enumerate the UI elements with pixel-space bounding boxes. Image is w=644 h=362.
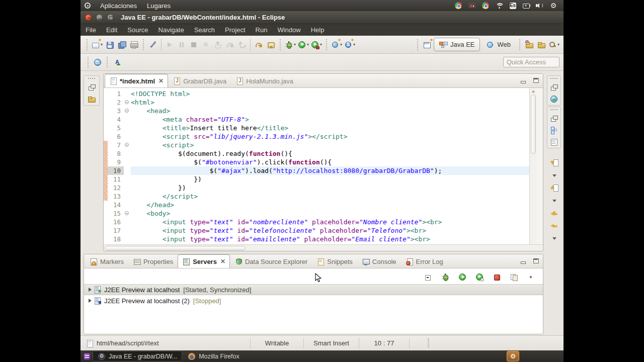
run-dropdown-icon[interactable]: ▾: [307, 42, 309, 47]
drop-to-frame-button[interactable]: [265, 39, 277, 51]
outline-view-icon[interactable]: [550, 126, 558, 134]
skip-breakpoints-button[interactable]: [147, 39, 159, 51]
settings-gear-icon[interactable]: ⚙: [549, 2, 557, 10]
vertical-scroll-thumb[interactable]: [531, 95, 536, 154]
menu-arrow-3-icon[interactable]: [550, 234, 558, 242]
menu-window[interactable]: Window: [272, 24, 305, 36]
volume-icon[interactable]: [536, 2, 544, 10]
fold-collapse-icon[interactable]: [125, 143, 129, 147]
back-history-icon[interactable]: [550, 222, 558, 230]
run-external-dropdown-icon[interactable]: ▾: [320, 42, 322, 47]
window-maximize-button[interactable]: [107, 14, 114, 21]
taskbar-window-eclipse[interactable]: ⚙Java EE - grabarDB/W...: [93, 351, 182, 361]
vertical-scrollbar[interactable]: [529, 88, 536, 244]
keyboard-es-icon[interactable]: Es: [509, 2, 517, 10]
window-minimize-button[interactable]: [96, 14, 103, 21]
battery-icon[interactable]: [522, 2, 530, 10]
panel-menu-aplicaciones[interactable]: Aplicaciones: [95, 0, 142, 11]
menu-navigate[interactable]: Navigate: [153, 24, 189, 36]
code-editor[interactable]: 1<!DOCTYPE html>2<html>3 <head>4 <meta c…: [104, 88, 529, 244]
wifi-icon[interactable]: [495, 2, 503, 10]
perspective-button-web[interactable]: Web: [481, 38, 516, 51]
scroll-up-icon[interactable]: [532, 90, 535, 93]
last-edit-location-icon[interactable]: *: [550, 209, 558, 217]
save-button[interactable]: [104, 39, 116, 51]
open-perspective-button[interactable]: [421, 39, 433, 51]
open-folder-button[interactable]: [535, 39, 547, 51]
view-tab-snippets[interactable]: Snippets: [312, 254, 357, 268]
start-server-button[interactable]: [456, 271, 468, 283]
server-row[interactable]: J2EE Preview at localhost (2)[Stopped]: [84, 295, 543, 306]
fold-collapse-icon[interactable]: [125, 100, 129, 104]
tab-close-icon[interactable]: ✕: [158, 77, 164, 84]
maximize-editor-icon[interactable]: [532, 76, 540, 84]
panel-menu-lugares[interactable]: Lugares: [142, 0, 176, 11]
external-a-button[interactable]: A: [111, 56, 123, 68]
horizontal-scroll-thumb[interactable]: [105, 246, 246, 250]
files-app-icon[interactable]: [83, 352, 91, 360]
tab-close-icon[interactable]: ✕: [220, 258, 225, 265]
search-dropdown-icon[interactable]: ▾: [557, 42, 559, 47]
horizontal-scrollbar[interactable]: [104, 244, 543, 251]
new-servlet-button[interactable]: S▾: [343, 39, 356, 51]
menu-search[interactable]: Search: [189, 24, 220, 36]
menu-help[interactable]: Help: [306, 24, 330, 36]
menu-edit[interactable]: Edit: [101, 24, 122, 36]
fold-collapse-icon[interactable]: [125, 211, 129, 215]
menu-file[interactable]: File: [80, 24, 101, 36]
publish-button[interactable]: [508, 271, 520, 283]
perspective-button-java-ee[interactable]: Java EE: [434, 38, 480, 51]
view-tab-error-log[interactable]: Error Log: [401, 254, 448, 268]
chrome-icon[interactable]: [454, 2, 462, 10]
run-external-button[interactable]: ▾: [310, 39, 323, 51]
view-tab-data-source-explorer[interactable]: Data Source Explorer: [230, 254, 312, 268]
editor-tab-holamundo-java[interactable]: JHolaMundo.java: [231, 74, 298, 87]
expand-arrow-icon[interactable]: [87, 298, 93, 304]
view-tab-console[interactable]: Console: [357, 254, 401, 268]
screen-recorder-icon[interactable]: [468, 2, 476, 10]
stop-server-button[interactable]: [491, 271, 503, 283]
editor-tab--index-html[interactable]: *index.html✕: [105, 74, 168, 87]
debug-dropdown-icon[interactable]: ▾: [294, 42, 296, 47]
maximize-panel-icon[interactable]: [532, 257, 540, 265]
task-list-icon[interactable]: [550, 138, 558, 146]
previous-annotation-icon[interactable]: [550, 184, 558, 192]
menu-project[interactable]: Project: [220, 24, 250, 36]
use-step-filters-button[interactable]: [253, 39, 265, 51]
debug-button[interactable]: ▾: [284, 39, 297, 51]
print-button[interactable]: [128, 39, 140, 51]
menu-arrow-icon[interactable]: [550, 171, 558, 179]
view-menu-button[interactable]: ▼: [525, 271, 537, 283]
search-button[interactable]: ▾: [547, 39, 560, 51]
ubuntu-logo-icon[interactable]: [84, 2, 92, 10]
menu-arrow-2-icon[interactable]: [550, 197, 558, 205]
collapse-all-button[interactable]: [422, 271, 434, 283]
view-tab-properties[interactable]: Properties: [128, 254, 178, 268]
new-wizard-button[interactable]: ▾: [91, 39, 104, 51]
chrome-2-icon[interactable]: [481, 2, 490, 10]
menu-source[interactable]: Source: [122, 24, 153, 36]
taskbar-window-firefox[interactable]: Mozilla Firefox: [183, 351, 245, 361]
minimize-panel-icon[interactable]: [519, 257, 527, 265]
web-browser-button[interactable]: [92, 56, 104, 68]
menu-run[interactable]: Run: [251, 24, 273, 36]
restore-view-icon[interactable]: [550, 83, 558, 92]
save-all-button[interactable]: [116, 39, 128, 51]
run-button[interactable]: ▾: [297, 39, 310, 51]
expand-arrow-icon[interactable]: [87, 287, 93, 293]
quick-access-box[interactable]: Quick Access: [503, 57, 559, 67]
editor-tab-grabardb-java[interactable]: JGrabarDB.java: [168, 74, 231, 87]
restore-view-2-icon[interactable]: [550, 115, 558, 123]
window-close-button[interactable]: [85, 14, 92, 21]
next-annotation-icon[interactable]: [550, 159, 558, 167]
open-resource-button[interactable]: [523, 39, 535, 51]
view-tab-markers[interactable]: Markers: [85, 254, 128, 268]
debug-server-button[interactable]: [439, 271, 451, 283]
project-explorer-icon[interactable]: [88, 95, 96, 103]
view-tab-servers[interactable]: Servers✕: [178, 254, 230, 268]
profile-server-button[interactable]: [473, 271, 486, 283]
server-row[interactable]: J2EE Preview at localhost[Started, Synch…: [84, 284, 543, 295]
restore-view-icon[interactable]: [88, 83, 96, 92]
minimize-editor-icon[interactable]: [519, 76, 527, 84]
fold-collapse-icon[interactable]: [125, 109, 129, 113]
